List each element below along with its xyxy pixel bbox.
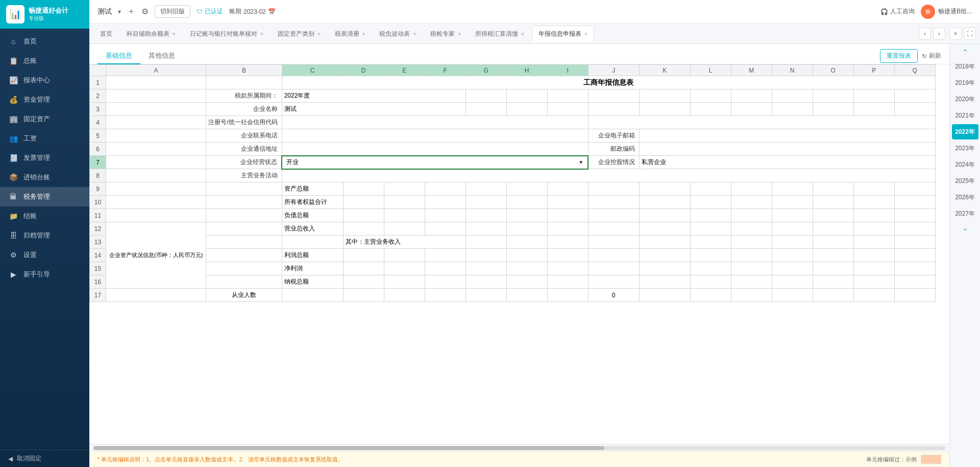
- cell-11E[interactable]: [384, 209, 425, 222]
- cell-14O[interactable]: [813, 249, 853, 262]
- switch-old-version-btn[interactable]: 切到旧版: [155, 5, 190, 18]
- cell-12I[interactable]: [547, 222, 588, 236]
- cell-7J[interactable]: 企业控股情况: [588, 156, 639, 169]
- cell-12J[interactable]: [588, 222, 639, 236]
- cell-5B[interactable]: 企业联系电话: [206, 129, 282, 143]
- cell-5A[interactable]: [106, 129, 206, 143]
- cell-16P[interactable]: [853, 275, 894, 289]
- cell-2K[interactable]: [639, 89, 690, 103]
- year-item-2025[interactable]: 2025年: [952, 173, 978, 189]
- cell-16B[interactable]: [206, 275, 282, 289]
- cell-13P[interactable]: [853, 236, 894, 249]
- cell-12C[interactable]: 营业总收入: [282, 222, 343, 236]
- cell-11G[interactable]: [465, 209, 506, 222]
- cell-17I[interactable]: [547, 289, 588, 302]
- cell-12K[interactable]: [639, 222, 690, 236]
- cell-14E[interactable]: [384, 249, 425, 262]
- cell-17B[interactable]: 从业人数: [206, 289, 282, 302]
- cell-2N[interactable]: [772, 89, 813, 103]
- cell-11O[interactable]: [813, 209, 853, 222]
- year-nav-up[interactable]: ⌃: [955, 46, 975, 58]
- tab-journal-close[interactable]: ×: [260, 31, 263, 37]
- cell-15O[interactable]: [813, 262, 853, 275]
- cell-17Q[interactable]: [894, 289, 935, 302]
- cell-17P[interactable]: [853, 289, 894, 302]
- cell-12Q[interactable]: [894, 222, 935, 236]
- cell-9M[interactable]: [731, 182, 772, 196]
- cell-17L[interactable]: [690, 289, 731, 302]
- cell-11K[interactable]: [639, 209, 690, 222]
- cell-15B[interactable]: [206, 262, 282, 275]
- cell-9L[interactable]: [690, 182, 731, 196]
- cell-7B[interactable]: 企业经营状态: [206, 156, 282, 169]
- cell-3C[interactable]: 测试: [282, 103, 465, 116]
- cell-13J[interactable]: [588, 236, 639, 249]
- cell-2J[interactable]: [588, 89, 639, 103]
- cell-16C[interactable]: 纳税总额: [282, 275, 343, 289]
- cell-17N[interactable]: [772, 289, 813, 302]
- cell-12O[interactable]: [813, 222, 853, 236]
- cell-11P[interactable]: [853, 209, 894, 222]
- col-header-O[interactable]: O: [813, 65, 853, 76]
- cell-6K[interactable]: [639, 143, 935, 156]
- cell-11N[interactable]: [772, 209, 813, 222]
- cell-10A[interactable]: [106, 196, 206, 209]
- sidebar-item-funds[interactable]: 💰 资金管理: [0, 90, 89, 109]
- sidebar-item-closing[interactable]: 📁 结账: [0, 206, 89, 226]
- cell-14M[interactable]: [731, 249, 772, 262]
- tab-tax-expert-close[interactable]: ×: [458, 31, 461, 37]
- sidebar-item-fixed-assets[interactable]: 🏢 固定资产: [0, 109, 89, 129]
- cell-11A[interactable]: [106, 209, 206, 222]
- cell-12H[interactable]: [506, 222, 547, 236]
- col-header-H[interactable]: H: [506, 65, 547, 76]
- cell-9A[interactable]: [106, 182, 206, 196]
- cell-11Q[interactable]: [894, 209, 935, 222]
- cell-16G[interactable]: [465, 275, 506, 289]
- cell-13G[interactable]: [465, 236, 506, 249]
- cell-15P[interactable]: [853, 262, 894, 275]
- cell-11H[interactable]: [506, 209, 547, 222]
- cell-9F[interactable]: [425, 182, 465, 196]
- refresh-btn[interactable]: ↻ 刷新: [922, 52, 941, 60]
- cell-10K[interactable]: [639, 196, 690, 209]
- cell-16N[interactable]: [772, 275, 813, 289]
- tab-aux-balance[interactable]: 科目辅助余额表 ×: [120, 26, 182, 42]
- cell-14Q[interactable]: [894, 249, 935, 262]
- tab-journal[interactable]: 日记账与银行对账单核对 ×: [183, 26, 270, 42]
- cell-6A[interactable]: [106, 143, 206, 156]
- tab-tax-wave[interactable]: 税负波动表 ×: [373, 26, 423, 42]
- col-header-B[interactable]: B: [206, 65, 282, 76]
- cell-17M[interactable]: [731, 289, 772, 302]
- col-header-C[interactable]: C: [282, 65, 343, 76]
- cell-14D[interactable]: [343, 249, 384, 262]
- cell-11M[interactable]: [731, 209, 772, 222]
- cell-16E[interactable]: [384, 275, 425, 289]
- col-header-E[interactable]: E: [384, 65, 425, 76]
- topbar-dropdown-btn[interactable]: ▾: [118, 8, 121, 15]
- cell-9J[interactable]: [588, 182, 639, 196]
- cell-3K[interactable]: [639, 103, 690, 116]
- cell-5K[interactable]: [639, 129, 935, 143]
- cell-11J[interactable]: [588, 209, 639, 222]
- cell-9O[interactable]: [813, 182, 853, 196]
- cell-13Q[interactable]: [894, 236, 935, 249]
- cell-3G[interactable]: [465, 103, 506, 116]
- year-item-2018[interactable]: 2018年: [952, 59, 978, 74]
- cell-13B[interactable]: [206, 236, 282, 249]
- cell-15F[interactable]: [425, 262, 465, 275]
- sidebar-item-archive[interactable]: 🗄 归档管理: [0, 226, 89, 245]
- topbar-settings-btn[interactable]: ⚙: [141, 7, 149, 16]
- cell-10L[interactable]: [690, 196, 731, 209]
- col-header-G[interactable]: G: [465, 65, 506, 76]
- cell-7C-active[interactable]: 开业 ▼: [282, 156, 588, 169]
- cell-12G[interactable]: [465, 222, 506, 236]
- tab-income-tax[interactable]: 所得税汇算清缴 ×: [469, 26, 531, 42]
- cell-10N[interactable]: [772, 196, 813, 209]
- cell-11B[interactable]: [206, 209, 282, 222]
- cell-10B[interactable]: [206, 196, 282, 209]
- col-header-F[interactable]: F: [425, 65, 465, 76]
- cell-17G[interactable]: [465, 289, 506, 302]
- cell-17C[interactable]: [282, 289, 343, 302]
- cell-2O[interactable]: [813, 89, 853, 103]
- cell-11D[interactable]: [343, 209, 384, 222]
